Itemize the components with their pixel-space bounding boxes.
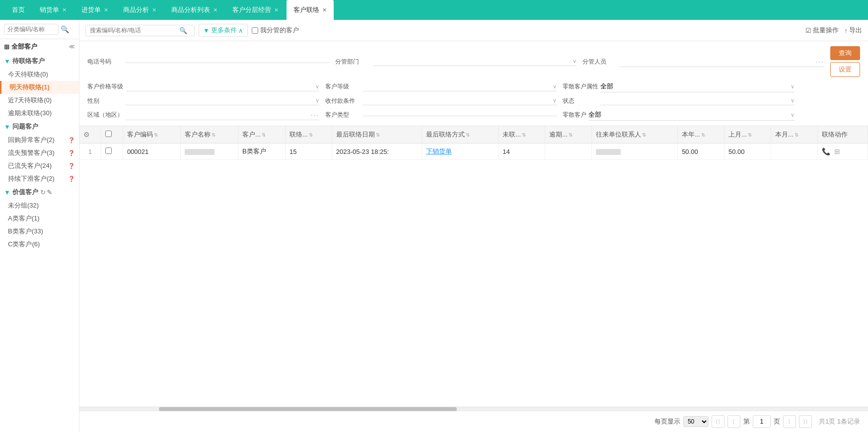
per-page-label: 每页显示: [654, 417, 680, 426]
filter-region: 区域（地区） ···: [87, 110, 319, 120]
gender-select[interactable]: ∨: [125, 96, 319, 105]
grid-action-icon[interactable]: ⊞: [834, 147, 840, 155]
sidebar-item-declining[interactable]: 持续下滑客户(2) ❓: [0, 172, 79, 185]
sidebar-search-icon[interactable]: 🔍: [61, 25, 69, 33]
more-filter-btn[interactable]: ▼ 更多条件 ∧: [199, 24, 248, 37]
phone-input[interactable]: [125, 61, 329, 63]
price-level-select[interactable]: ∨: [126, 82, 319, 91]
next-page-btn[interactable]: ⟩: [783, 415, 796, 428]
first-page-btn[interactable]: ⟨⟨: [712, 415, 724, 428]
customer-type-select[interactable]: [363, 114, 557, 116]
sidebar-item-7days[interactable]: 近7天待联络(0): [0, 94, 79, 107]
col-last-month[interactable]: 上月...⇅: [724, 126, 771, 144]
sidebar-item-overdue[interactable]: 逾期未联络(30): [0, 107, 79, 120]
manager-select[interactable]: ···: [620, 57, 824, 67]
toolbar-right: ☑ 批量操作 ↑ 导出: [805, 26, 863, 35]
sidebar-item-churn-warning[interactable]: 流失预警客户(3) ❓: [0, 146, 79, 159]
status-select[interactable]: ∨: [600, 96, 795, 105]
select-all-checkbox[interactable]: [105, 131, 112, 137]
col-contacts[interactable]: 联络...⇅: [286, 126, 332, 144]
phone-action-icon[interactable]: 📞: [822, 147, 830, 155]
filter-row-4: 区域（地区） ··· 客户类型 零散客户 全部 ∨: [87, 109, 860, 121]
col-overdue[interactable]: 逾期...⇅: [545, 126, 591, 144]
nav-close-icon[interactable]: ✕: [213, 7, 217, 13]
nav-close-active-icon[interactable]: ✕: [322, 7, 327, 13]
nav-customer-tier[interactable]: 客户分层经营 ✕: [225, 0, 286, 20]
nav-sales-order[interactable]: 销货单 ✕: [33, 0, 73, 20]
gender-label: 性别: [87, 97, 122, 105]
row-last-contact-method[interactable]: 下销货单: [422, 144, 498, 160]
region-select[interactable]: ···: [126, 110, 319, 120]
payment-select[interactable]: ∨: [363, 96, 557, 105]
my-customers-checkbox[interactable]: [252, 27, 258, 34]
checkbox-icon: ☑: [805, 27, 811, 34]
my-customers-checkbox-label[interactable]: 我分管的客户: [252, 26, 299, 35]
col-not-contacted[interactable]: 未联...⇅: [499, 126, 545, 144]
retail-attr-select[interactable]: 全部 ∨: [600, 81, 795, 92]
row-unit-contact: [591, 144, 677, 160]
filter-customer-type: 客户类型: [325, 111, 557, 119]
sidebar-item-repurchase-anomaly[interactable]: 回购异常客户(2) ❓: [0, 134, 79, 146]
refresh-icon[interactable]: ↻: [40, 189, 46, 196]
sidebar-item-a-class[interactable]: A类客户(1): [0, 212, 79, 225]
sidebar-item-c-class[interactable]: C类客户(6): [0, 238, 79, 251]
batch-op-btn[interactable]: ☑ 批量操作: [805, 26, 839, 35]
settings-btn[interactable]: 设置: [830, 62, 860, 77]
sort-icon: ⇅: [376, 132, 380, 138]
main-search-input[interactable]: [90, 27, 179, 34]
col-this-year[interactable]: 本年...⇅: [678, 126, 724, 144]
action-icons-group: 📞 ⊞: [822, 147, 864, 155]
col-unit-contact[interactable]: 往来单位联系人⇅: [591, 126, 677, 144]
nav-home[interactable]: 首页: [5, 0, 32, 20]
sidebar-item-b-class[interactable]: B类客户(33): [0, 225, 79, 238]
filter-row-3: 性别 ∨ 收付款条件 ∨ 状态 ∨: [87, 96, 860, 105]
sidebar-item-ungrouped[interactable]: 未分组(32): [0, 199, 79, 212]
row-action: 📞 ⊞: [817, 144, 868, 160]
name-blur-placeholder: [185, 149, 215, 155]
col-settings[interactable]: ⚙: [79, 126, 101, 144]
nav-customer-contact[interactable]: 客户联络 ✕: [287, 0, 334, 20]
col-code[interactable]: 客户编码⇅: [123, 126, 180, 144]
col-last-contact-date[interactable]: 最后联络日期⇅: [332, 126, 422, 144]
region-label: 区域（地区）: [87, 111, 123, 119]
nav-product-analysis[interactable]: 商品分析 ✕: [116, 0, 163, 20]
dept-select[interactable]: ∨: [373, 57, 577, 66]
horizontal-scrollbar[interactable]: [79, 407, 868, 411]
col-action[interactable]: 联络动作: [817, 126, 868, 144]
col-checkbox[interactable]: [101, 126, 123, 144]
dots-icon: ···: [815, 58, 824, 66]
per-page-select[interactable]: 50 20 100: [683, 416, 709, 427]
all-customers-header[interactable]: ⊞ 全部客户 ≪: [0, 39, 79, 54]
export-btn[interactable]: ↑ 导出: [845, 26, 863, 35]
sidebar-item-today[interactable]: 今天待联络(0): [0, 68, 79, 81]
col-last-contact-method[interactable]: 最后联络方式⇅: [422, 126, 498, 144]
query-btn[interactable]: 查询: [830, 46, 860, 60]
filter-panel: 电话号码 分管部门 ∨ 分管人员 ··· 查询 设置: [79, 41, 868, 126]
edit-icon[interactable]: ✎: [47, 189, 52, 196]
nav-close-icon[interactable]: ✕: [62, 7, 67, 13]
prev-page-btn[interactable]: ⟨: [727, 415, 740, 428]
retail-customer-select[interactable]: 全部 ∨: [588, 109, 795, 121]
settings-gear-icon: ⚙: [83, 131, 90, 139]
nav-close-icon[interactable]: ✕: [104, 7, 108, 13]
nav-product-analysis-list[interactable]: 商品分析列表 ✕: [164, 0, 224, 20]
last-page-btn[interactable]: ⟩⟩: [799, 415, 812, 428]
nav-purchase-order[interactable]: 进货单 ✕: [74, 0, 115, 20]
sidebar-search-input[interactable]: [4, 24, 59, 35]
nav-close-icon[interactable]: ✕: [274, 7, 279, 13]
sidebar-item-churned[interactable]: 已流失客户(24) ❓: [0, 159, 79, 172]
search-bar: 🔍 ▼ 更多条件 ∧ 我分管的客户 ☑ 批量操作 ↑ 导出: [79, 20, 868, 41]
row-select-checkbox[interactable]: [105, 147, 112, 154]
col-type[interactable]: 客户...⇅: [238, 126, 286, 144]
nav-close-icon[interactable]: ✕: [152, 7, 156, 13]
main-search-icon[interactable]: 🔍: [179, 27, 187, 34]
row-last-month: 50.00: [724, 144, 771, 160]
page-input[interactable]: [753, 415, 771, 428]
customer-level-select[interactable]: ∨: [363, 82, 557, 91]
col-this-month[interactable]: 本月...⇅: [771, 126, 817, 144]
sidebar-item-tomorrow[interactable]: 明天待联络(1): [0, 81, 79, 94]
chevron-down-icon: ∨: [315, 83, 319, 90]
row-checkbox[interactable]: [101, 144, 123, 160]
scrollbar-thumb[interactable]: [159, 407, 457, 411]
col-name[interactable]: 客户名称⇅: [180, 126, 238, 144]
